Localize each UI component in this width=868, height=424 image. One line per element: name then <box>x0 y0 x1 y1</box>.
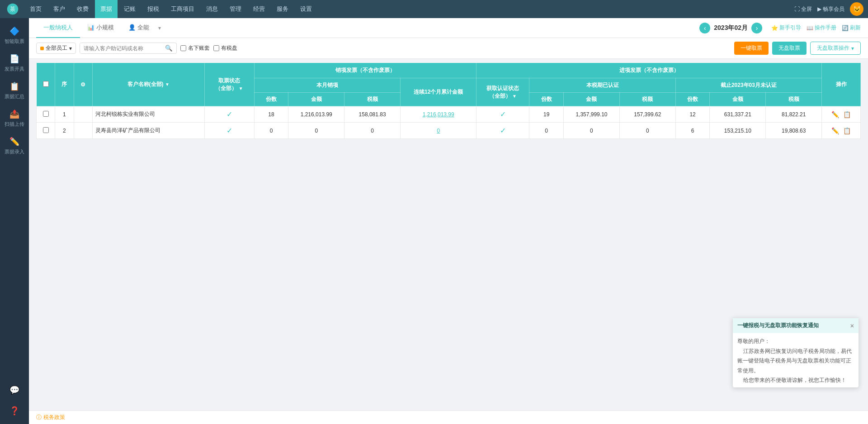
notification-close-btn[interactable]: × <box>850 322 854 329</box>
refresh-link[interactable]: 🔄 刷新 <box>842 24 861 32</box>
nav-home[interactable]: 首页 <box>24 0 47 18</box>
tab-dropdown-icon[interactable]: ▾ <box>158 25 161 31</box>
row-uncert-count: 6 <box>675 123 710 139</box>
row-uncert-count: 12 <box>675 106 710 123</box>
user-avatar[interactable]: 🐱 <box>850 2 863 16</box>
nav-settings[interactable]: 设置 <box>295 0 317 18</box>
refresh-icon: 🔄 <box>842 25 849 31</box>
th-cert-count: 份数 <box>529 93 564 106</box>
row-cert-amount: 1,357,999.10 <box>564 106 620 123</box>
cert-status-filter-icon[interactable]: ▼ <box>512 94 517 99</box>
sidebar-item-chat[interactable]: 💬 <box>2 381 27 399</box>
no-disk-ticket-btn[interactable]: 无盘取票 <box>772 42 807 55</box>
row-cert-status: ✓ <box>476 123 529 139</box>
nav-business2[interactable]: 经营 <box>248 0 270 18</box>
row-this-month-amount: 1,216,013.99 <box>288 106 344 123</box>
notification-header: 一键报税与无盘取票功能恢复通知 × <box>733 318 859 333</box>
sidebar-item-invoice[interactable]: 📄 发票开具 <box>2 50 27 76</box>
nav-service[interactable]: 服务 <box>271 0 294 18</box>
view-icon[interactable]: 📋 <box>843 127 851 134</box>
row-uncert-amount: 153,215.10 <box>710 123 766 139</box>
tax-policy-link[interactable]: ⓘ 税务政策 <box>36 414 65 421</box>
row-ticket-status: ✓ <box>204 123 254 139</box>
row-this-month-tax: 158,081.83 <box>344 106 401 123</box>
svg-text:茶: 茶 <box>10 6 15 12</box>
toolbar: 全部员工 ▾ 🔍 名下账套 有税盘 一键取票 无盘取票 无盘取票操作 ▾ <box>29 38 868 59</box>
period-next-btn[interactable]: › <box>751 23 762 33</box>
edit-icon[interactable]: ✏️ <box>831 111 839 118</box>
th-customer: 客户名称(全部) ▼ <box>92 63 204 106</box>
th-purchase-group: 进项发票（不含作废票） <box>476 63 822 78</box>
account-set-checkbox[interactable] <box>180 45 186 51</box>
checkbox-account-set[interactable]: 名下账套 <box>180 44 210 52</box>
row-cert-amount: 0 <box>564 123 620 139</box>
sidebar-item-entry[interactable]: ✏️ 票据录入 <box>2 133 27 159</box>
chat-icon: 💬 <box>9 385 19 395</box>
notification-text: 尊敬的用户： 江苏政务网已恢复访问电子税务局功能，易代账一键登陆电子税务局与无盘… <box>733 333 859 387</box>
sidebar-item-scan[interactable]: 📤 扫描上传 <box>2 105 27 131</box>
top-nav-right: ⛶ 全屏 ▶ 畅享会员 🐱 <box>794 2 863 16</box>
new-guide-link[interactable]: ⭐ 新手引导 <box>771 24 801 32</box>
one-click-ticket-btn[interactable]: 一键取票 <box>734 42 769 55</box>
tab-all[interactable]: 👤 全能 <box>121 18 156 38</box>
smart-ticket-icon: 🔷 <box>9 26 19 36</box>
fullscreen-btn[interactable]: ⛶ 全屏 <box>794 5 812 13</box>
search-input[interactable] <box>80 43 161 53</box>
entry-icon: ✏️ <box>9 137 19 147</box>
nav-menu: 首页 客户 收费 票据 记账 报税 工商项目 消息 管理 经营 服务 设置 <box>24 0 794 18</box>
manual-icon: 📖 <box>807 25 813 31</box>
sidebar-item-summary[interactable]: 📋 票据汇总 <box>2 78 27 104</box>
period-text: 2023年02月 <box>714 24 748 32</box>
tab-small-scale[interactable]: 📊 小规模 <box>80 18 121 38</box>
nav-business[interactable]: 工商项目 <box>165 0 200 18</box>
nav-message[interactable]: 消息 <box>201 0 223 18</box>
tab-general-taxpayer[interactable]: 一般纳税人 <box>36 18 80 38</box>
nav-client[interactable]: 客户 <box>48 0 71 18</box>
th-this-month-sales: 本月销项 <box>254 78 400 93</box>
select-all-checkbox[interactable] <box>43 81 49 87</box>
toolbar-right: 一键取票 无盘取票 无盘取票操作 ▾ <box>734 42 861 55</box>
checkbox-tax-disk[interactable]: 有税盘 <box>213 44 237 52</box>
nav-manage[interactable]: 管理 <box>224 0 247 18</box>
notification-body: 尊敬的用户： 江苏政务网已恢复访问电子税务局功能，易代账一键登陆电子税务局与无盘… <box>733 333 859 387</box>
row-cert-status: ✓ <box>476 106 529 123</box>
period-prev-btn[interactable]: ‹ <box>699 23 710 33</box>
employee-dot <box>40 47 44 50</box>
customer-filter-icon[interactable]: ▼ <box>165 82 170 87</box>
manual-link[interactable]: 📖 操作手册 <box>807 24 836 32</box>
member-btn[interactable]: ▶ 畅享会员 <box>817 5 844 13</box>
no-disk-operation-btn[interactable]: 无盘取票操作 ▾ <box>810 42 861 55</box>
th-cert-status: 获取认证状态（全部） ▼ <box>476 78 529 106</box>
view-icon[interactable]: 📋 <box>843 111 851 118</box>
sidebar-item-help[interactable]: ❓ <box>2 402 27 419</box>
search-button[interactable]: 🔍 <box>161 43 176 53</box>
row-actions: ✏️ 📋 <box>822 106 861 123</box>
employee-select[interactable]: 全部员工 ▾ <box>36 43 76 54</box>
row-cumulative: 0 <box>401 123 476 139</box>
row-ticket-status: ✓ <box>204 106 254 123</box>
info-icon: ⓘ <box>36 414 42 421</box>
small-scale-icon: 📊 <box>87 24 94 31</box>
th-uncert-amount: 金额 <box>710 93 766 106</box>
th-this-period-cert: 本税期已认证 <box>529 78 675 93</box>
fullscreen-icon: ⛶ <box>794 6 800 12</box>
th-ticket-status: 取票状态（全部） ▼ <box>204 63 254 106</box>
nav-tax[interactable]: 报税 <box>142 0 165 18</box>
th-sales-tax: 税额 <box>344 93 401 106</box>
nav-bookkeeping[interactable]: 记账 <box>118 0 141 18</box>
th-sales-group: 销项发票（不含作废票） <box>254 63 476 78</box>
row-this-month-count: 0 <box>254 123 288 139</box>
row-checkbox[interactable] <box>37 106 55 123</box>
th-sales-count: 份数 <box>254 93 288 106</box>
row-no: 2 <box>55 123 74 139</box>
edit-icon[interactable]: ✏️ <box>831 127 839 134</box>
nav-charge[interactable]: 收费 <box>71 0 94 18</box>
ticket-status-filter-icon[interactable]: ▼ <box>239 86 243 91</box>
row-cert-tax: 0 <box>619 123 675 139</box>
row-checkbox[interactable] <box>37 123 55 139</box>
summary-icon: 📋 <box>9 81 19 91</box>
sidebar: 🔷 智能取票 📄 发票开具 📋 票据汇总 📤 扫描上传 ✏️ 票据录入 💬 ❓ <box>0 18 29 424</box>
nav-ticket[interactable]: 票据 <box>95 0 118 18</box>
tax-disk-checkbox[interactable] <box>213 45 219 51</box>
sidebar-item-smart-ticket[interactable]: 🔷 智能取票 <box>2 23 27 48</box>
